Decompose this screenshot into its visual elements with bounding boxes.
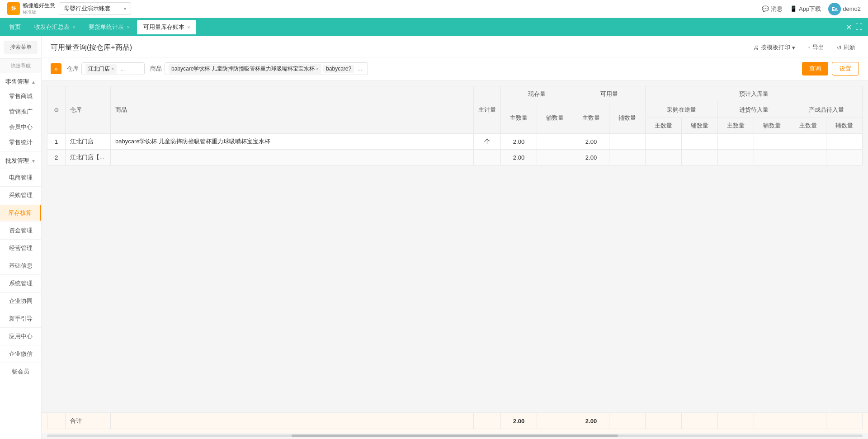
top-bar-right: 💬 消息 📱 App下载 Ea demo2 [762, 3, 861, 15]
footer-purchase-transit-aux [682, 413, 718, 429]
th-purchase-transit-group: 采购在途量 [646, 102, 718, 118]
message-btn[interactable]: 💬 消息 [762, 5, 783, 13]
sidebar-item-system[interactable]: 系统管理 [0, 276, 41, 291]
th-incoming-wait-aux: 辅数量 [754, 118, 790, 134]
export-btn[interactable]: ↑ 导出 [804, 42, 828, 53]
sidebar-item-retail-mall[interactable]: 零售商城 [0, 89, 41, 104]
page-title: 可用量查询(按仓库+商品) [51, 43, 132, 52]
product-more[interactable]: ... [356, 66, 364, 72]
footer-incoming-wait-main [718, 413, 754, 429]
close-icon[interactable]: × [72, 24, 75, 30]
print-template-label: 按模板打印 [761, 43, 790, 52]
th-incoming-wait-main: 主数量 [718, 118, 754, 134]
footer-product-wait-main [790, 413, 826, 429]
filter-expand-btn[interactable]: » [51, 63, 61, 74]
th-main-unit: 主计量 [474, 86, 501, 134]
page-header: 可用量查询(按仓库+商品) 🖨 按模板打印 ▾ ↑ 导出 ↺ 刷新 [42, 36, 868, 57]
download-icon: 📱 [790, 5, 797, 12]
remove-warehouse-icon[interactable]: × [111, 66, 114, 71]
sidebar-section-retail[interactable]: 零售管理 ▲ [0, 73, 41, 89]
row2-warehouse: 江北门店【... [66, 150, 111, 165]
product-label: 商品 [150, 65, 162, 73]
user-area[interactable]: Ea demo2 [828, 3, 861, 15]
query-button[interactable]: 查询 [802, 62, 828, 76]
table-area: ⚙ 仓库 商品 主计量 现存量 可用量 预计入库量 主数量 辅数量 主数量 辅数… [42, 80, 868, 412]
tab-income-summary[interactable]: 收发存汇总表 × [28, 20, 81, 34]
top-bar-left: 好 畅捷通好生意 标准版 母婴行业演示账套 ▾ [7, 2, 131, 15]
row2-seq: 2 [47, 150, 66, 165]
scroll-thumb[interactable] [292, 434, 618, 437]
sidebar-section-wholesale[interactable]: 批发管理 ▼ [0, 152, 41, 168]
footer-label: 合计 [66, 413, 111, 429]
sidebar-item-newguide[interactable]: 新手引导 [0, 311, 41, 326]
home-tab-label: 首页 [9, 23, 21, 31]
tab-available-inventory[interactable]: 可用量库存账本 × [137, 20, 196, 34]
export-label: 导出 [812, 43, 824, 52]
row1-incoming-wait-aux [754, 134, 790, 150]
th-available-group: 可用量 [573, 86, 646, 102]
warehouse-more[interactable]: ... [118, 66, 127, 72]
app-download-btn[interactable]: 📱 App下载 [790, 5, 821, 13]
close-icon[interactable]: × [187, 24, 190, 30]
horizontal-scrollbar[interactable] [42, 433, 868, 439]
avatar: Ea [828, 3, 841, 15]
warehouse-tag-text: 江北门店 [88, 65, 110, 73]
warehouse-input[interactable]: 江北门店 × ... [81, 62, 145, 75]
message-label: 消息 [771, 5, 783, 13]
row2-purchase-transit-aux [682, 150, 718, 165]
sidebar-item-ecommerce[interactable]: 电商管理 [0, 170, 41, 185]
search-menu-btn[interactable]: 搜索菜单 [4, 41, 38, 54]
row2-stock-aux [537, 150, 573, 165]
print-template-btn[interactable]: 🖨 按模板打印 ▾ [750, 42, 799, 53]
sidebar-item-basic[interactable]: 基础信息 [0, 258, 41, 274]
footer-avail-aux [609, 413, 646, 429]
row1-seq: 1 [47, 134, 66, 150]
product-tag-text: babycare学饮杯 儿童防摔防撞吸管杯重力球吸嘴杯宝宝水杯 [171, 65, 315, 73]
th-settings[interactable]: ⚙ [47, 86, 66, 134]
close-window-icon[interactable]: ✕ [846, 23, 852, 32]
settings-button[interactable]: 设置 [832, 62, 859, 76]
sidebar-item-wechat[interactable]: 企业微信 [0, 346, 41, 362]
sidebar-item-purchase[interactable]: 采购管理 [0, 188, 41, 203]
warehouse-tag: 江北门店 × [85, 64, 117, 74]
product-filter-field: 商品 babycare学饮杯 儿童防摔防撞吸管杯重力球吸嘴杯宝宝水杯 × bab… [150, 62, 368, 75]
row2-avail-main: 2.00 [573, 150, 609, 165]
app-download-label: App下载 [799, 5, 821, 13]
tab-home[interactable]: 首页 [2, 20, 28, 34]
product-tag-2: babycare? [323, 65, 354, 73]
row1-stock-main: 2.00 [501, 134, 537, 150]
sidebar-item-finance[interactable]: 资金管理 [0, 223, 41, 238]
nav-right-icons: ✕ ⛶ [846, 23, 866, 32]
row2-incoming-wait-main [718, 150, 754, 165]
org-selector[interactable]: 母婴行业演示账套 ▾ [59, 2, 131, 15]
sidebar-item-enterprise[interactable]: 企业协同 [0, 293, 41, 309]
row1-unit: 个 [474, 134, 501, 150]
data-table: ⚙ 仓库 商品 主计量 现存量 可用量 预计入库量 主数量 辅数量 主数量 辅数… [47, 86, 863, 165]
footer-stock-aux [537, 413, 573, 429]
tab-order-stats-label: 要货单统计表 [89, 23, 124, 31]
tab-order-stats[interactable]: 要货单统计表 × [82, 20, 136, 34]
sidebar-section-retail-label: 零售管理 [5, 78, 29, 86]
sidebar-item-marketing[interactable]: 营销推广 [0, 104, 41, 119]
sidebar-item-members[interactable]: 会员中心 [0, 119, 41, 135]
th-stock-aux: 辅数量 [537, 102, 573, 134]
remove-product-icon[interactable]: × [316, 66, 319, 71]
sidebar-item-retail-stats[interactable]: 零售统计 [0, 135, 41, 150]
sidebar-item-appcenter[interactable]: 应用中心 [0, 329, 41, 344]
row1-incoming-wait-main [718, 134, 754, 150]
th-warehouse: 仓库 [66, 86, 111, 134]
row2-stock-main: 2.00 [501, 150, 537, 165]
th-purchase-transit-main: 主数量 [646, 118, 682, 134]
maximize-icon[interactable]: ⛶ [855, 23, 863, 31]
refresh-btn[interactable]: ↺ 刷新 [833, 42, 859, 53]
th-avail-main: 主数量 [573, 102, 609, 134]
th-incoming-wait-group: 进货待入量 [718, 102, 790, 118]
footer-empty-1 [47, 413, 66, 429]
sidebar-item-operations[interactable]: 经营管理 [0, 241, 41, 256]
close-icon[interactable]: × [127, 24, 129, 30]
product-input[interactable]: babycare学饮杯 儿童防摔防撞吸管杯重力球吸嘴杯宝宝水杯 × babyca… [165, 62, 368, 75]
content-area: 可用量查询(按仓库+商品) 🖨 按模板打印 ▾ ↑ 导出 ↺ 刷新 [42, 36, 868, 439]
sidebar-item-vip[interactable]: 畅会员 [0, 364, 41, 379]
footer-empty-unit [474, 413, 501, 429]
sidebar-item-inventory[interactable]: 库存核算 [0, 205, 41, 221]
